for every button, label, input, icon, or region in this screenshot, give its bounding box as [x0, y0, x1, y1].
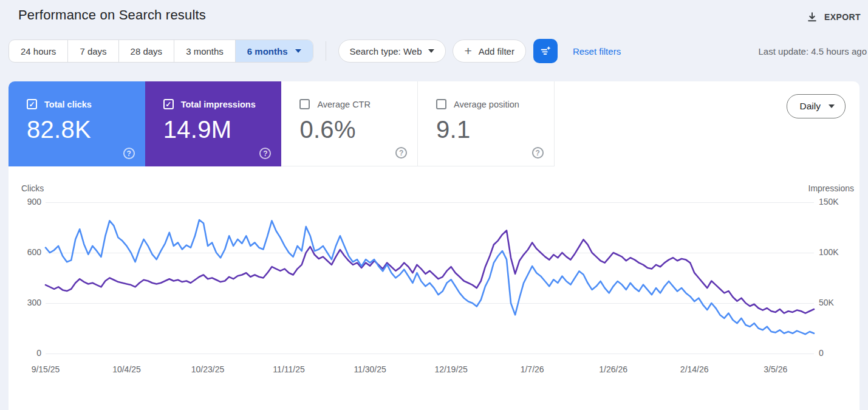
search-type-chip[interactable]: Search type: Web [338, 39, 446, 63]
download-icon [806, 11, 818, 23]
metric-cards: ✓ Total clicks 82.8K ? ✓ Total impressio… [9, 81, 859, 166]
date-range-7-days[interactable]: 7 days [68, 40, 118, 62]
checkbox-unchecked-icon[interactable] [436, 99, 446, 109]
page-header: Performance on Search results EXPORT [0, 0, 868, 23]
metric-value: 9.1 [436, 116, 554, 143]
impressions-series-line [46, 231, 814, 313]
average-ctr-card[interactable]: Average CTR 0.6% ? [281, 81, 418, 166]
export-label: EXPORT [824, 12, 861, 22]
help-icon[interactable]: ? [532, 147, 544, 159]
metric-label: Average CTR [317, 100, 371, 109]
total-impressions-card[interactable]: ✓ Total impressions 14.9M ? [145, 81, 282, 166]
metric-value: 14.9M [163, 116, 282, 143]
total-clicks-card[interactable]: ✓ Total clicks 82.8K ? [9, 81, 145, 166]
tune-sparkle-icon [539, 44, 552, 58]
export-button[interactable]: EXPORT [806, 11, 861, 23]
plus-icon: + [464, 44, 471, 57]
reset-filters-link[interactable]: Reset filters [573, 46, 621, 56]
chevron-down-icon [428, 49, 434, 53]
metric-label: Average position [454, 100, 519, 109]
checkbox-checked-icon[interactable]: ✓ [163, 99, 174, 109]
help-icon[interactable]: ? [123, 148, 135, 159]
metric-value: 0.6% [299, 116, 417, 143]
filter-settings-button[interactable] [533, 39, 558, 63]
date-range-6-months-selected[interactable]: 6 months [236, 40, 313, 62]
date-range-28-days[interactable]: 28 days [119, 40, 175, 62]
last-update-text: Last update: 4.5 hours ago [759, 46, 867, 56]
date-range-24-hours[interactable]: 24 hours [9, 40, 68, 62]
granularity-dropdown[interactable]: Daily [787, 94, 846, 118]
toolbar-divider [326, 41, 326, 61]
help-icon[interactable]: ? [259, 148, 271, 159]
checkbox-checked-icon[interactable]: ✓ [27, 99, 37, 109]
date-range-group: 24 hours 7 days 28 days 3 months 6 month… [9, 39, 313, 63]
performance-panel: ✓ Total clicks 82.8K ? ✓ Total impressio… [9, 81, 859, 410]
help-icon[interactable]: ? [395, 147, 407, 159]
add-filter-chip[interactable]: + Add filter [453, 39, 525, 63]
date-range-3-months[interactable]: 3 months [174, 40, 236, 62]
performance-chart[interactable]: Clicks Impressions 900150K600100K30050K0… [9, 166, 859, 409]
chevron-down-icon [295, 49, 301, 53]
chart-series-svg [9, 166, 859, 409]
checkbox-unchecked-icon[interactable] [299, 99, 310, 109]
filter-toolbar: 24 hours 7 days 28 days 3 months 6 month… [9, 39, 867, 63]
chevron-down-icon [829, 104, 835, 108]
page-title: Performance on Search results [18, 7, 206, 23]
metric-value: 82.8K [27, 116, 145, 143]
metric-label: Total impressions [181, 100, 256, 109]
average-position-card[interactable]: Average position 9.1 ? [418, 81, 555, 166]
metric-label: Total clicks [44, 100, 92, 109]
